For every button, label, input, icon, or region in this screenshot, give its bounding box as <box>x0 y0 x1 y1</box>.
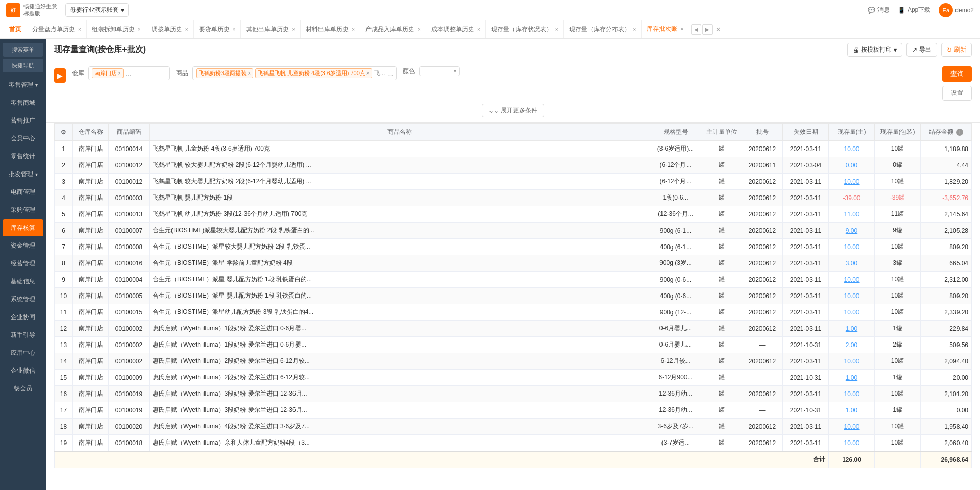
product-filter[interactable]: 飞鹤奶粉3段两提装 × 飞鹤星飞帆 儿童奶粉 4段(3-6岁适用) 700克 ×… <box>192 66 397 80</box>
tab-qita[interactable]: 其他出库单历史 × <box>241 20 301 39</box>
refresh-btn[interactable]: ↻ 刷新 <box>941 43 972 57</box>
export-btn[interactable]: ↗ 导出 <box>906 43 937 57</box>
tab-diaob[interactable]: 调拨单历史 × <box>146 20 194 39</box>
sidebar-item-retail-mgmt[interactable]: 零售管理 ▾ <box>3 77 43 93</box>
sidebar-item-app-center[interactable]: 应用中心 <box>3 345 43 361</box>
cell-expire: 2021-03-11 <box>783 206 829 223</box>
cell-stock-main[interactable]: 10.00 <box>829 435 875 452</box>
close-icon[interactable]: × <box>185 27 188 32</box>
col-setting[interactable]: ⚙ <box>55 124 73 141</box>
tab-yaohuo[interactable]: 要货单历史 × <box>194 20 241 39</box>
sidebar-item-marketing[interactable]: 营销推广 <box>3 112 43 129</box>
expand-btn[interactable]: ▶ <box>54 68 66 83</box>
cell-stock-main[interactable]: 10.00 <box>829 239 875 255</box>
close-icon[interactable]: × <box>352 27 355 32</box>
cell-stock-main[interactable]: 9.00 <box>829 223 875 239</box>
nav-next-arrow[interactable]: ▶ <box>702 24 713 35</box>
user-profile[interactable]: Ea demo2 <box>939 3 974 17</box>
close-icon[interactable]: × <box>680 26 683 32</box>
nav-prev-arrow[interactable]: ◀ <box>691 24 701 35</box>
close-all-tabs[interactable]: × <box>713 25 723 34</box>
close-icon[interactable]: × <box>633 27 636 32</box>
sidebar-item-guide[interactable]: 新手引导 <box>3 327 43 344</box>
set-btn[interactable]: 设置 <box>942 86 972 101</box>
warehouse-filter[interactable]: 南岸门店 × ... <box>88 66 170 80</box>
sidebar-item-basic-info[interactable]: 基础信息 <box>3 273 43 290</box>
tab-zuhe[interactable]: 组装拆卸单历史 × <box>87 20 146 39</box>
tag-close-icon[interactable]: × <box>366 70 370 76</box>
table-row: 18 南岸门店 00100020 惠氏启赋（Wyeth illuma）4段奶粉 … <box>55 419 972 435</box>
close-icon[interactable]: × <box>555 27 558 32</box>
sidebar-item-members[interactable]: 会员中心 <box>3 130 43 147</box>
tab-xiancun2[interactable]: 现存量（库存分布表） × <box>564 20 642 39</box>
sidebar-item-member-club[interactable]: 畅会员 <box>3 380 43 397</box>
sidebar-item-retail-stats[interactable]: 零售统计 <box>3 148 43 165</box>
col-code: 商品编码 <box>109 124 150 141</box>
cell-stock-main[interactable]: 0.00 <box>829 157 875 174</box>
cell-stock-main[interactable]: 10.00 <box>829 353 875 370</box>
sidebar-item-inventory[interactable]: 库存核算 <box>3 219 43 236</box>
table-row: 7 南岸门店 00100008 合生元（BIOSTIME）派星较大婴儿配方奶粉 … <box>55 239 972 255</box>
cell-stock-main[interactable]: 10.00 <box>829 174 875 190</box>
cell-stock-main[interactable]: 10.00 <box>829 386 875 402</box>
cell-stock-main[interactable]: 1.00 <box>829 370 875 386</box>
sidebar-quick-nav[interactable]: 快捷导航 <box>3 59 43 72</box>
cell-stock-main[interactable]: 10.00 <box>829 288 875 304</box>
sidebar-item-wholesale[interactable]: 批发管理 ▾ <box>3 166 43 183</box>
sidebar-item-wechat[interactable]: 企业微信 <box>3 362 43 379</box>
tag-close-icon[interactable]: × <box>248 70 251 76</box>
tab-kucun-picci[interactable]: 库存批次账 × <box>642 20 689 39</box>
cell-stock-main[interactable]: 11.00 <box>829 206 875 223</box>
cell-stock-main[interactable]: 1.00 <box>829 402 875 419</box>
setting-icon[interactable]: ⚙ <box>61 129 66 136</box>
tab-fenliang[interactable]: 分量盘点单历史 × <box>27 20 87 39</box>
footer-empty: 合计 <box>55 451 829 468</box>
more-products-icon[interactable]: ... <box>387 69 394 78</box>
close-icon[interactable]: × <box>233 27 236 32</box>
tab-chengben[interactable]: 成本调整单历史 × <box>426 20 486 39</box>
more-filters-icon[interactable]: ... <box>126 69 132 78</box>
cell-stock-main[interactable]: 10.00 <box>829 419 875 435</box>
table-container[interactable]: ⚙ 仓库名称 商品编码 商品名称 规格型号 主计量单位 批号 失效日期 现存量(… <box>46 123 980 490</box>
cell-stock-main[interactable]: 1.00 <box>829 321 875 337</box>
cell-stock-main[interactable]: 10.00 <box>829 304 875 321</box>
sidebar-item-finance[interactable]: 资金管理 <box>3 237 43 254</box>
cell-stock-main[interactable]: 10.00 <box>829 272 875 288</box>
sidebar-item-system[interactable]: 系统管理 <box>3 291 43 308</box>
cell-stock-pkg: 0罐 <box>875 157 921 174</box>
tab-xiancun1[interactable]: 现存量（库存状况表） × <box>486 20 564 39</box>
info-icon[interactable]: i <box>956 129 963 136</box>
cell-balance: 809.20 <box>921 288 972 304</box>
tab-chanpin[interactable]: 产成品入库单历史 × <box>360 20 426 39</box>
sidebar-item-ecommerce[interactable]: 电商管理 <box>3 184 43 201</box>
sidebar-item-purchase[interactable]: 采购管理 <box>3 202 43 218</box>
account-selector[interactable]: 母婴行业演示账套 ▾ <box>65 3 129 17</box>
tab-home[interactable]: 首页 <box>4 20 27 39</box>
sidebar-item-operations[interactable]: 经营管理 <box>3 255 43 272</box>
color-filter[interactable]: ▾ <box>419 66 460 76</box>
close-icon[interactable]: × <box>138 27 141 32</box>
cell-balance: 509.56 <box>921 337 972 353</box>
cell-stock-main[interactable]: 2.00 <box>829 337 875 353</box>
template-print-btn[interactable]: 🖨 按模板打印 ▾ <box>847 43 902 57</box>
sidebar-item-retail-mall[interactable]: 零售商城 <box>3 94 43 111</box>
tab-cailiao[interactable]: 材料出库单历史 × <box>301 20 360 39</box>
cell-name: 惠氏启赋（Wyeth illuma）3段奶粉 爱尔兰进口 12-36月... <box>150 386 650 402</box>
cell-batch: 20200612 <box>742 419 783 435</box>
tag-close-icon[interactable]: × <box>118 70 121 76</box>
close-icon[interactable]: × <box>477 27 480 32</box>
close-icon[interactable]: × <box>78 27 81 32</box>
close-icon[interactable]: × <box>418 27 421 32</box>
cell-stock-main[interactable]: 10.00 <box>829 141 875 157</box>
expand-more-btn[interactable]: ⌄⌄ 展开更多条件 <box>482 104 544 117</box>
sidebar-search[interactable]: 搜索英单 <box>3 43 43 57</box>
messages-btn[interactable]: 💬 消息 <box>868 6 890 14</box>
close-icon[interactable]: × <box>292 27 295 32</box>
sidebar-item-enterprise[interactable]: 企业协同 <box>3 309 43 326</box>
cell-spec: 1段(0-6... <box>650 190 701 206</box>
app-download-btn[interactable]: 📱 App下载 <box>898 6 930 14</box>
cell-stock-main[interactable]: 3.00 <box>829 255 875 272</box>
footer-stock-total: 126.00 <box>829 451 875 468</box>
col-balance: 结存金额 i <box>921 124 972 141</box>
query-btn[interactable]: 查询 <box>942 66 972 82</box>
